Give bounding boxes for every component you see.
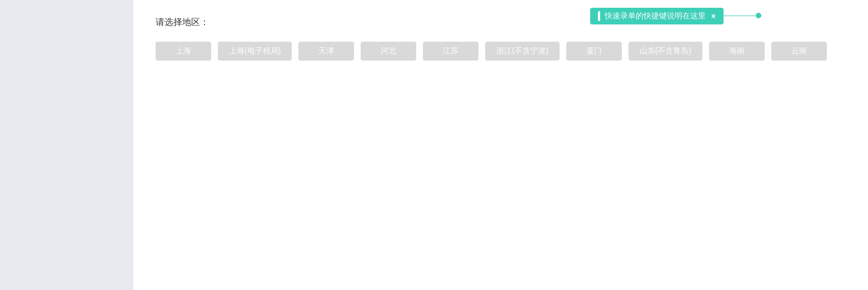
dot-indicator: [756, 13, 761, 18]
tooltip-bar: 快速录单的快捷键说明在这里 ×: [590, 8, 724, 24]
region-btn-hebei[interactable]: 河北: [361, 42, 416, 61]
region-btn-shandong[interactable]: 山东(不含青岛): [628, 42, 702, 61]
region-btn-xiamen[interactable]: 厦门: [566, 42, 622, 61]
sidebar: [0, 0, 133, 290]
region-btn-yunnan[interactable]: 云南: [771, 42, 827, 61]
region-btn-shanghai-etax[interactable]: 上海(电子税局): [218, 42, 292, 61]
close-icon[interactable]: ×: [711, 12, 716, 21]
region-buttons-container: 上海上海(电子税局)天津河北江苏浙江(不含宁波)厦门山东(不含青岛)海南云南: [156, 42, 846, 61]
region-btn-tianjin[interactable]: 天津: [298, 42, 354, 61]
page-title: 请选择地区：: [156, 17, 846, 28]
region-btn-jiangsu[interactable]: 江苏: [423, 42, 478, 61]
region-btn-shanghai[interactable]: 上海: [156, 42, 211, 61]
region-btn-zhejiang[interactable]: 浙江(不含宁波): [485, 42, 559, 61]
tooltip-accent: [598, 11, 600, 21]
region-btn-hainan[interactable]: 海南: [709, 42, 765, 61]
main-content: 请选择地区： 上海上海(电子税局)天津河北江苏浙江(不含宁波)厦门山东(不含青岛…: [133, 0, 868, 290]
tooltip-text: 快速录单的快捷键说明在这里: [605, 11, 706, 21]
connector-line: [722, 16, 756, 16]
